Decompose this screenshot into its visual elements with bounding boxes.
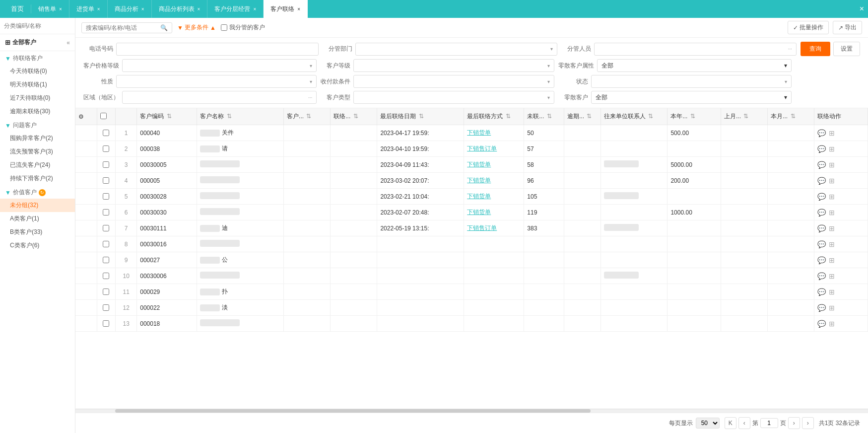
query-button[interactable]: 查询 [801, 42, 830, 56]
more-action-icon[interactable]: ⊞ [829, 193, 835, 201]
method-link[interactable]: 下销货单 [467, 161, 491, 168]
contact-icon[interactable]: 💬 [817, 288, 826, 296]
close-all-button[interactable]: × [860, 4, 864, 13]
method-link[interactable]: 下销货单 [467, 209, 491, 216]
th-contact[interactable]: 联络... ⇅ [331, 108, 377, 125]
more-action-icon[interactable]: ⊞ [829, 129, 835, 137]
sidebar-item-overdue-pending[interactable]: 逾期未联络(30) [0, 105, 75, 118]
more-action-icon[interactable]: ⊞ [829, 272, 835, 280]
filter-level-select[interactable]: ▾ [353, 59, 554, 72]
sidebar-item-lost[interactable]: 已流失客户(24) [0, 158, 75, 172]
contact-icon[interactable]: 💬 [817, 129, 826, 137]
contact-icon[interactable]: 💬 [817, 320, 826, 328]
method-link[interactable]: 下销售订单 [467, 224, 497, 231]
th-last-date[interactable]: 最后联络日期 ⇅ [377, 108, 464, 125]
table-cell-checkbox[interactable] [97, 268, 116, 284]
row-checkbox[interactable] [103, 177, 109, 184]
more-action-icon[interactable]: ⊞ [829, 177, 835, 185]
th-uncontact[interactable]: 未联... ⇅ [524, 108, 564, 125]
close-icon[interactable]: × [97, 6, 100, 12]
row-checkbox[interactable] [103, 289, 109, 295]
table-cell[interactable] [464, 236, 524, 252]
th-partner[interactable]: 往来单位联系人 ⇅ [601, 108, 667, 125]
contact-icon[interactable]: 💬 [817, 256, 826, 264]
reset-button[interactable]: 设置 [833, 42, 860, 56]
th-this-year[interactable]: 本年... ⇅ [668, 108, 721, 125]
table-cell[interactable]: 下销货单 [464, 173, 524, 189]
more-action-icon[interactable]: ⊞ [829, 209, 835, 216]
filter-manager-input[interactable]: ··· [594, 43, 797, 56]
th-this-month[interactable]: 本月... ⇅ [768, 108, 814, 125]
sidebar-item-tomorrow-pending[interactable]: 明天待联络(1) [0, 78, 75, 91]
table-cell[interactable]: 下销售订单 [464, 141, 524, 157]
table-cell[interactable] [464, 284, 524, 300]
sidebar-item-week-pending[interactable]: 近7天待联络(0) [0, 91, 75, 105]
table-cell-checkbox[interactable] [97, 173, 116, 189]
my-customers-checkbox[interactable]: 我分管的客户 [221, 23, 265, 32]
method-link[interactable]: 下销货单 [467, 177, 491, 184]
first-page-button[interactable]: K [725, 417, 736, 429]
more-action-icon[interactable]: ⊞ [829, 161, 835, 169]
contact-icon[interactable]: 💬 [817, 145, 826, 153]
sidebar-item-class-c[interactable]: C类客户(6) [0, 239, 75, 252]
method-link[interactable]: 下销售订单 [467, 145, 497, 152]
filter-dept-select[interactable]: ▾ [355, 43, 558, 56]
more-action-icon[interactable]: ⊞ [829, 224, 835, 232]
table-cell[interactable] [464, 268, 524, 284]
row-checkbox[interactable] [103, 225, 109, 231]
sidebar-all-customers[interactable]: ⊞ 全部客户 « [0, 34, 75, 51]
nav-tab-purchase[interactable]: 进货单 × [69, 0, 108, 18]
row-checkbox[interactable] [103, 304, 109, 311]
method-link[interactable]: 下销货单 [467, 129, 491, 136]
nav-tab-analysis-list[interactable]: 商品分析列表 × [152, 0, 208, 18]
row-checkbox[interactable] [103, 209, 109, 216]
filter-more-conditions[interactable]: ▼ 更多条件 ▲ [177, 23, 216, 32]
contact-icon[interactable]: 💬 [817, 209, 826, 216]
contact-icon[interactable]: 💬 [817, 240, 826, 248]
filter-region-input[interactable]: ··· [122, 91, 317, 104]
nav-tab-customer-mgmt[interactable]: 客户分层经营 × [207, 0, 264, 18]
table-cell[interactable]: 下销货单 [464, 189, 524, 205]
table-cell-checkbox[interactable] [97, 189, 116, 205]
nav-tab-home[interactable]: 首页 [4, 4, 31, 13]
sidebar-item-declining[interactable]: 持续下滑客户(2) [0, 172, 75, 185]
filter-price-select[interactable]: ▾ [122, 59, 317, 72]
table-cell-checkbox[interactable] [97, 300, 116, 316]
row-checkbox[interactable] [103, 145, 109, 152]
row-checkbox[interactable] [103, 130, 109, 136]
last-page-button[interactable]: › [802, 417, 814, 429]
th-customer-name[interactable]: 客户名称 ⇅ [197, 108, 284, 125]
table-cell-checkbox[interactable] [97, 205, 116, 220]
table-cell-checkbox[interactable] [97, 284, 116, 300]
refresh-icon[interactable]: ↻ [39, 189, 46, 196]
nav-tab-sales[interactable]: 销售单 × [31, 0, 69, 18]
next-page-button[interactable]: › [788, 417, 800, 429]
close-icon[interactable]: × [141, 6, 144, 12]
sidebar-item-churn-warning[interactable]: 流失预警客户(3) [0, 145, 75, 158]
row-checkbox[interactable] [103, 241, 109, 247]
filter-nature-select[interactable]: ▾ [116, 75, 317, 88]
table-cell-checkbox[interactable] [97, 157, 116, 173]
th-customer-code[interactable]: 客户编码 ⇅ [137, 108, 197, 125]
table-cell[interactable] [464, 252, 524, 268]
th-overdue[interactable]: 逾期... ⇅ [564, 108, 601, 125]
table-cell[interactable] [464, 300, 524, 316]
search-icon[interactable]: 🔍 [160, 24, 168, 31]
table-cell-checkbox[interactable] [97, 220, 116, 236]
table-cell-checkbox[interactable] [97, 252, 116, 268]
select-all-checkbox[interactable] [100, 113, 107, 119]
close-icon[interactable]: × [297, 6, 300, 12]
more-action-icon[interactable]: ⊞ [829, 288, 835, 296]
filter-payment-select[interactable]: ▾ [353, 75, 554, 88]
sidebar-item-class-a[interactable]: A类客户(1) [0, 212, 75, 225]
filter-type-select[interactable]: ▾ [353, 91, 554, 104]
export-button[interactable]: ↗ 导出 [833, 21, 862, 34]
contact-icon[interactable]: 💬 [817, 304, 826, 312]
prev-page-button[interactable]: ‹ [738, 417, 750, 429]
batch-operation-button[interactable]: ✓ 批量操作 [788, 21, 829, 34]
table-cell[interactable]: 下销货单 [464, 157, 524, 173]
more-action-icon[interactable]: ⊞ [829, 145, 835, 153]
page-number-input[interactable] [760, 418, 778, 428]
close-icon[interactable]: × [198, 6, 200, 12]
per-page-select[interactable]: 50 [696, 418, 720, 429]
